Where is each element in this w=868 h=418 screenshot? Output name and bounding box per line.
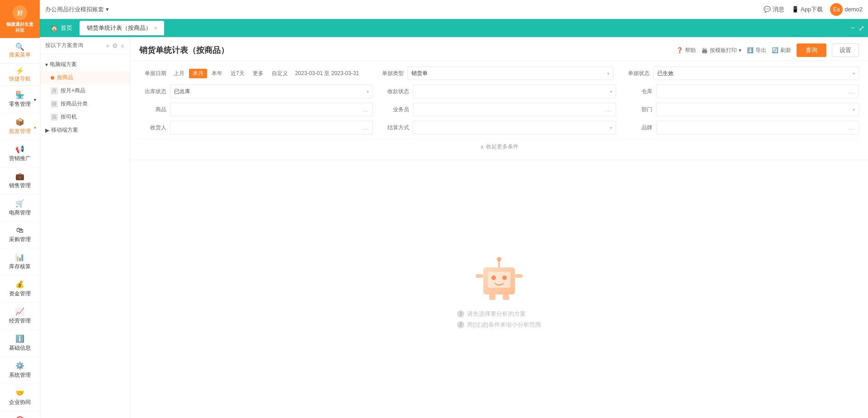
warehouse-control[interactable]: ... [656,85,859,98]
search-menu-label: 搜索菜单 [9,52,31,58]
sidebar-item-purchase-label: 采购管理 [9,236,31,243]
refresh-button[interactable]: 🔄 刷新 [772,47,791,54]
hint-text-1: 请先选择要分析的方案 [467,310,526,318]
salesperson-control[interactable]: ... [413,103,616,116]
warehouse-dots: ... [848,88,855,95]
add-scheme-button[interactable]: + [106,42,109,49]
left-panel: 按以下方案查询 + ⚙ « ▾ 电脑端方案 按商品 月 按月+商 [40,37,130,418]
receiver-control[interactable]: ... [170,121,373,134]
date-tab-custom[interactable]: 自定义 [268,69,292,78]
collapse-filter-button[interactable]: ∧ 收起更多条件 [139,139,859,154]
tree-group-mobile-label: 移动端方案 [51,126,78,134]
doc-type-control[interactable]: 销货单 ▾ [407,66,613,80]
tabbar-minimize-button[interactable]: − [851,24,855,32]
print-icon: 🖨️ [701,47,708,53]
sidebar-item-ecommerce[interactable]: 🛒 电商管理 [0,195,40,222]
tree-group-desktop[interactable]: ▾ 电脑端方案 [40,58,130,71]
sidebar-item-retail[interactable]: 🏪 零售管理 ▾ [0,86,40,113]
tree-item-by-category[interactable]: 回 按商品分类 [40,97,130,110]
app-download-icon: 📱 [792,6,799,13]
svg-rect-9 [515,274,523,278]
tree-group-mobile[interactable]: ▶ 移动端方案 [40,124,130,137]
sidebar-item-corp[interactable]: 🤝 企业协同 [0,384,40,411]
svg-rect-8 [476,274,483,278]
goods-control[interactable]: ... [170,103,373,116]
scheme-settings-button[interactable]: ⚙ [112,42,118,49]
message-button[interactable]: 💬 消息 [764,5,784,14]
collapse-icon: ∧ [480,144,484,150]
empty-svg-icon [472,247,526,301]
settlement-control[interactable]: ▾ [413,121,616,134]
user-profile[interactable]: Ea demo2 [830,3,863,16]
tree-item-by-scanner[interactable]: 回 按司机 [40,110,130,124]
message-icon: 💬 [764,6,771,13]
sidebar-item-basic[interactable]: ℹ️ 基础信息 [0,330,40,357]
sidebar-item-newbie[interactable]: 🎯 新手引导 [0,411,40,418]
corp-icon: 🤝 [15,389,24,397]
tree-item-by-goods[interactable]: 按商品 [40,71,130,84]
wholesale-expand-arrow: ▴ [34,124,36,129]
industry-selector[interactable]: 办公用品行业模拟账套 ▾ [45,5,109,14]
tab-close-button[interactable]: × [154,25,157,31]
department-arrow: ▾ [853,107,855,112]
sidebar-item-inventory[interactable]: 📊 库存核算 [0,248,40,276]
department-control[interactable]: ▾ [656,103,859,116]
topbar-left: 办公用品行业模拟账套 ▾ [45,5,109,14]
salesperson-label: 业务员 [382,106,413,114]
svg-text:好: 好 [17,10,24,16]
sidebar-logo[interactable]: 好 畅捷通好生意 标版 [0,0,40,38]
date-tab-this-year[interactable]: 本年 [208,69,226,78]
settlement-arrow: ▾ [610,125,612,130]
empty-hints-list: 1 请先选择要分析的方案 2 用[过滤]条件来缩小分析范围 [457,310,541,332]
tab-home[interactable]: 🏠 首页 [43,21,80,35]
date-tab-more[interactable]: 更多 [249,69,267,78]
sidebar-item-system[interactable]: ⚙️ 系统管理 [0,357,40,384]
sidebar-item-purchase[interactable]: 🛍 采购管理 [0,222,40,248]
doc-type-arrow: ▾ [607,71,609,76]
tabbar-expand-button[interactable]: ⤢ [859,24,864,33]
sidebar-item-operations-label: 经营管理 [9,317,31,325]
main-area: 办公用品行业模拟账套 ▾ 💬 消息 📱 App下载 Ea demo2 🏠 [40,0,868,418]
sidebar-item-system-label: 系统管理 [9,371,31,379]
print-button[interactable]: 🖨️ 按模板打印 ▾ [701,47,741,54]
ecommerce-icon: 🛒 [15,199,24,208]
query-button[interactable]: 查询 [797,43,826,57]
help-button[interactable]: ❓ 帮助 [676,47,696,54]
department-label: 部门 [625,106,656,114]
tab-sales-stats[interactable]: 销货单统计表（按商品） × [80,21,164,35]
app-download-button[interactable]: 📱 App下载 [792,5,823,14]
collapse-panel-button[interactable]: « [121,42,124,49]
goods-dots: ... [363,106,369,113]
sidebar-item-inventory-label: 库存核算 [9,263,31,271]
date-tab-last-month[interactable]: 上月 [170,69,188,78]
doc-status-label: 单据状态 [623,70,653,77]
filter-area: 单据日期 上月 本月 本年 近7天 更多 自定义 2023-03-01 至 20… [130,61,868,160]
quick-nav-button[interactable]: ⚡ 快捷导航 [0,64,40,86]
out-status-control[interactable]: 已出库 ▾ [170,85,373,98]
settings-button[interactable]: 设置 [832,43,859,57]
sidebar-item-operations[interactable]: 📈 经营管理 [0,303,40,330]
date-tab-7days[interactable]: 近7天 [227,69,248,78]
empty-hint-1: 1 请先选择要分析的方案 [457,310,541,318]
export-button[interactable]: ⬇️ 导出 [747,47,766,54]
brand-control[interactable]: ... [656,121,859,134]
finance-icon: 💰 [15,280,24,289]
filter-row-1: 单据日期 上月 本月 本年 近7天 更多 自定义 2023-03-01 至 20… [139,66,859,80]
empty-hint-2: 2 用[过滤]条件来缩小分析范围 [457,321,541,329]
sidebar-item-finance[interactable]: 💰 资金管理 [0,276,40,303]
payment-status-control[interactable]: ▾ [413,85,616,98]
left-panel-header-actions: + ⚙ « [106,42,124,49]
search-menu-button[interactable]: 🔍 搜索菜单 [0,38,40,64]
retail-icon: 🏪 [15,90,24,99]
tree-section-desktop: ▾ 电脑端方案 按商品 月 按月+商品 回 按商品分类 回 按司机 [40,54,130,140]
refresh-label: 刷新 [780,47,791,54]
tree-item-by-month-goods[interactable]: 月 按月+商品 [40,84,130,97]
sidebar-item-sales[interactable]: 💼 销售管理 [0,167,40,195]
date-tab-this-month[interactable]: 本月 [189,69,207,78]
print-arrow: ▾ [739,47,741,53]
warehouse-label: 仓库 [625,88,656,95]
sidebar-item-wholesale[interactable]: 📦 批发管理 ▴ [0,113,40,140]
doc-status-value: 已生效 [657,70,851,77]
doc-status-control[interactable]: 已生效 ▾ [653,66,859,80]
sidebar-item-marketing[interactable]: 📢 营销推广 [0,140,40,167]
